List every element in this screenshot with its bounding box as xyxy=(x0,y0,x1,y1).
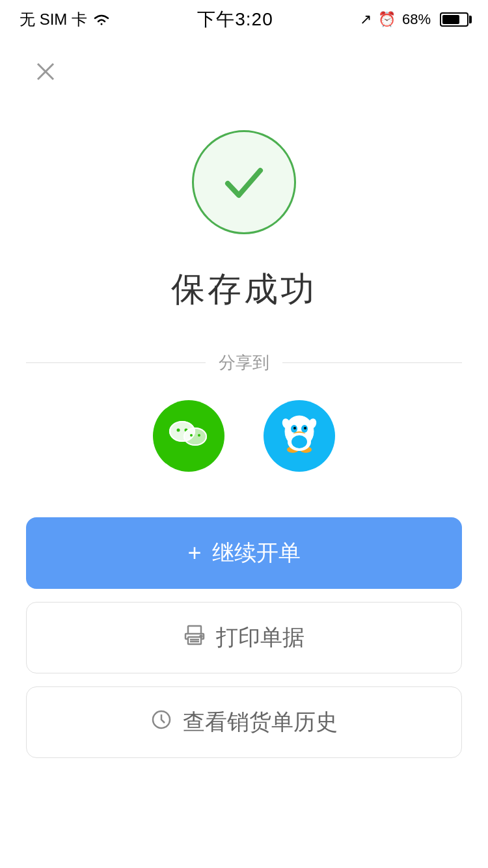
svg-point-8 xyxy=(190,434,193,437)
svg-point-27 xyxy=(200,636,202,638)
svg-point-9 xyxy=(198,434,200,437)
svg-point-5 xyxy=(177,429,180,432)
action-buttons: + 继续开单 打印单据 xyxy=(26,517,462,758)
status-carrier: 无 SIM 卡 xyxy=(20,9,111,30)
continue-button[interactable]: + 继续开单 xyxy=(26,517,462,589)
location-icon: ↗ xyxy=(360,11,372,28)
history-label: 查看销货单历史 xyxy=(183,707,338,737)
battery-percent: 68% xyxy=(402,11,431,28)
svg-point-15 xyxy=(304,427,306,429)
svg-point-14 xyxy=(293,427,296,429)
main-content: 保存成功 分享到 xyxy=(0,39,488,868)
wechat-icon xyxy=(167,417,211,455)
check-icon xyxy=(218,156,270,208)
clock-icon xyxy=(150,709,172,736)
status-time: 下午3:20 xyxy=(197,7,273,32)
share-icons xyxy=(153,400,335,472)
divider-right xyxy=(282,362,462,363)
battery-bar xyxy=(440,12,468,27)
share-label: 分享到 xyxy=(219,351,269,374)
divider-left xyxy=(26,362,206,363)
share-divider: 分享到 xyxy=(26,351,462,374)
svg-rect-24 xyxy=(188,637,201,644)
alarm-icon: ⏰ xyxy=(378,11,396,28)
battery-fill xyxy=(442,15,459,24)
close-button[interactable] xyxy=(26,52,65,91)
print-button[interactable]: 打印单据 xyxy=(26,602,462,673)
share-wechat-button[interactable] xyxy=(153,400,224,472)
qq-icon xyxy=(278,413,321,459)
svg-rect-23 xyxy=(188,626,201,634)
print-label: 打印单据 xyxy=(216,623,305,653)
share-section: 分享到 xyxy=(26,351,462,472)
success-circle xyxy=(192,130,296,234)
success-title: 保存成功 xyxy=(171,267,317,312)
continue-label: 继续开单 xyxy=(212,538,301,568)
svg-point-20 xyxy=(291,435,307,448)
wifi-icon xyxy=(92,12,111,27)
history-button[interactable]: 查看销货单历史 xyxy=(26,686,462,758)
status-right: ↗ ⏰ 68% xyxy=(360,11,468,28)
close-icon xyxy=(34,60,57,83)
carrier-text: 无 SIM 卡 xyxy=(20,9,87,30)
plus-icon: + xyxy=(187,539,201,567)
success-section: 保存成功 xyxy=(26,130,462,312)
printer-icon xyxy=(183,624,206,651)
share-qq-button[interactable] xyxy=(264,400,335,472)
status-bar: 无 SIM 卡 下午3:20 ↗ ⏰ 68% xyxy=(0,0,488,39)
